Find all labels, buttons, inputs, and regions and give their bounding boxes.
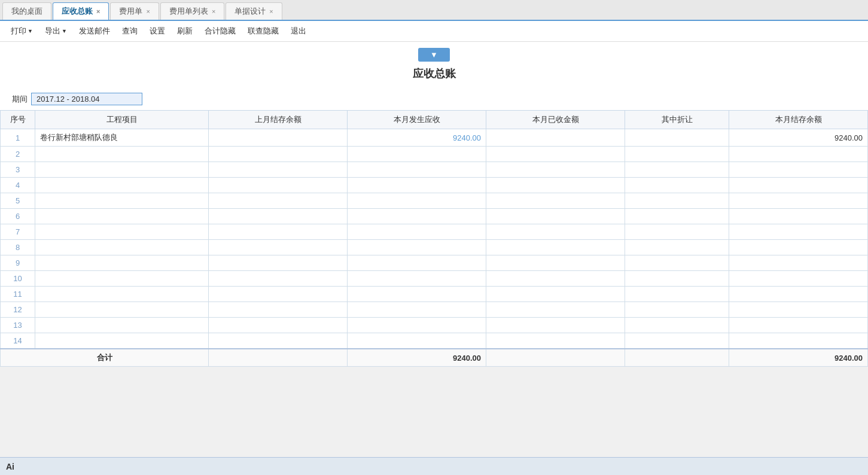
period-label: 期间: [12, 94, 28, 105]
tab-label-expense: 费用单: [119, 6, 142, 17]
table-row: 8: [1, 240, 868, 255]
cell-this-month-received-8: [486, 255, 625, 271]
cell-seq-4: 5: [1, 193, 35, 209]
cell-discount-12: [625, 318, 729, 333]
cell-balance-1: [729, 147, 868, 162]
cell-this-month-received-4: [486, 193, 625, 209]
cell-last-balance-7: [209, 240, 348, 255]
tab-label-ar-ledger: 应收总账: [62, 6, 93, 17]
cell-this-month-received-0: [486, 129, 625, 147]
send-email-button[interactable]: 发送邮件: [74, 24, 115, 38]
cell-discount-13: [625, 333, 729, 349]
subtotal-hide-button[interactable]: 合计隐藏: [200, 24, 240, 38]
cell-this-month-occur-1: [348, 147, 486, 162]
cell-project-13: [35, 333, 209, 349]
cell-seq-1: 2: [1, 147, 35, 162]
cell-seq-2: 3: [1, 162, 35, 178]
refresh-button[interactable]: 刷新: [172, 24, 197, 38]
col-header-last-balance: 上月结存余额: [209, 111, 348, 129]
period-row: 期间: [0, 90, 868, 110]
cell-project-9: [35, 271, 209, 287]
header-dropdown-button[interactable]: ▼: [418, 48, 450, 62]
query-button[interactable]: 查询: [117, 24, 142, 38]
tab-close-expense[interactable]: ×: [146, 8, 150, 15]
cell-discount-11: [625, 302, 729, 318]
tab-close-ar-ledger[interactable]: ×: [96, 8, 100, 15]
cell-balance-5: [729, 209, 868, 224]
cell-this-month-occur-7: [348, 240, 486, 255]
cell-this-month-received-7: [486, 240, 625, 255]
table-row: 14: [1, 333, 868, 349]
cell-seq-0: 1: [1, 129, 35, 147]
cell-balance-3: [729, 178, 868, 193]
table-row: 13: [1, 318, 868, 333]
cell-seq-7: 8: [1, 240, 35, 255]
cell-this-month-received-11: [486, 302, 625, 318]
cell-discount-8: [625, 255, 729, 271]
cell-this-month-received-9: [486, 271, 625, 287]
cell-last-balance-9: [209, 271, 348, 287]
cell-project-0: 卷行新村部塘稍队德良: [35, 129, 209, 147]
tab-expense-list[interactable]: 费用单列表×: [160, 2, 224, 20]
cell-discount-9: [625, 271, 729, 287]
exit-button[interactable]: 退出: [286, 24, 311, 38]
cell-seq-10: 11: [1, 287, 35, 302]
total-label: 合计: [1, 349, 209, 367]
export-dropdown-arrow[interactable]: ▼: [62, 28, 67, 34]
col-header-this-month-received: 本月已收金额: [486, 111, 625, 129]
cell-seq-13: 14: [1, 333, 35, 349]
tab-doc-design[interactable]: 单据设计×: [226, 2, 282, 20]
tab-expense[interactable]: 费用单×: [110, 2, 159, 20]
cell-project-8: [35, 255, 209, 271]
table-row: 5: [1, 193, 868, 209]
cell-this-month-occur-0: 9240.00: [348, 129, 486, 147]
cell-this-month-received-13: [486, 333, 625, 349]
tab-desktop[interactable]: 我的桌面: [2, 2, 51, 20]
cell-project-2: [35, 162, 209, 178]
cell-this-month-received-6: [486, 224, 625, 240]
cell-this-month-occur-8: [348, 255, 486, 271]
cell-balance-9: [729, 271, 868, 287]
export-button[interactable]: 导出 ▼: [40, 24, 72, 38]
tab-ar-ledger[interactable]: 应收总账×: [53, 2, 109, 20]
cell-this-month-received-5: [486, 209, 625, 224]
print-button[interactable]: 打印 ▼: [6, 24, 38, 38]
tab-close-expense-list[interactable]: ×: [212, 8, 215, 15]
cell-balance-10: [729, 287, 868, 302]
cell-balance-12: [729, 318, 868, 333]
cell-discount-1: [625, 147, 729, 162]
cell-project-3: [35, 178, 209, 193]
cell-seq-12: 13: [1, 318, 35, 333]
cell-this-month-occur-13: [348, 333, 486, 349]
total-this-month-occur: 9240.00: [348, 349, 486, 367]
cell-this-month-occur-12: [348, 318, 486, 333]
cell-project-10: [35, 287, 209, 302]
cell-this-month-received-2: [486, 162, 625, 178]
cell-last-balance-10: [209, 287, 348, 302]
cell-seq-3: 4: [1, 178, 35, 193]
cell-last-balance-6: [209, 224, 348, 240]
data-table: 序号 工程项目 上月结存余额 本月发生应收 本月已收金额 其中折让 本月结存余额…: [0, 110, 868, 367]
cell-this-month-occur-9: [348, 271, 486, 287]
union-hide-button[interactable]: 联查隐藏: [243, 24, 284, 38]
cell-project-12: [35, 318, 209, 333]
table-row: 1卷行新村部塘稍队德良9240.009240.00: [1, 129, 868, 147]
print-dropdown-arrow[interactable]: ▼: [28, 28, 33, 34]
period-input[interactable]: [31, 93, 142, 105]
cell-discount-7: [625, 240, 729, 255]
cell-this-month-received-12: [486, 318, 625, 333]
cell-discount-5: [625, 209, 729, 224]
cell-last-balance-1: [209, 147, 348, 162]
cell-last-balance-4: [209, 193, 348, 209]
cell-discount-3: [625, 178, 729, 193]
cell-last-balance-11: [209, 302, 348, 318]
cell-discount-2: [625, 162, 729, 178]
table-row: 11: [1, 287, 868, 302]
tab-close-doc-design[interactable]: ×: [269, 8, 273, 15]
header-area: ▼ 应收总账: [0, 42, 868, 90]
tab-label-doc-design: 单据设计: [234, 6, 266, 17]
cell-last-balance-5: [209, 209, 348, 224]
settings-button[interactable]: 设置: [145, 24, 170, 38]
tab-label-desktop: 我的桌面: [11, 6, 42, 17]
cell-last-balance-8: [209, 255, 348, 271]
